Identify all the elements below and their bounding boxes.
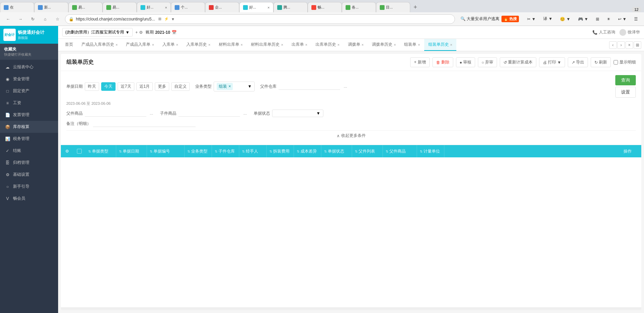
delete-btn[interactable]: 🗑 删除 (432, 57, 453, 67)
url-expand-icon[interactable]: ⊞ (158, 17, 161, 21)
tab-close-8[interactable]: × (337, 43, 339, 47)
game-btn[interactable]: 🎮 ▼ (575, 15, 591, 24)
page-tab-home[interactable]: 首页 (61, 39, 77, 51)
th-parent-list[interactable]: ⇅ 父件列表 (352, 145, 383, 157)
tab-close-10[interactable]: × (394, 43, 396, 47)
tab-nav-close[interactable]: × (626, 41, 633, 49)
parent-warehouse-more[interactable]: ... (342, 84, 348, 89)
sidebar-item-archive[interactable]: 🗄 归档管理 (0, 157, 58, 169)
abandon-btn[interactable]: ○ 弃审 (478, 57, 497, 67)
today-btn[interactable]: 今天 (101, 82, 116, 91)
emoji-btn[interactable]: 😊 ▼ (557, 15, 573, 24)
browser-tab-1[interactable]: 新... (34, 2, 68, 12)
th-parent-goods[interactable]: ⇅ 父件商品 (383, 145, 417, 157)
tab-nav-right[interactable]: › (617, 41, 625, 49)
parent-warehouse-input[interactable] (279, 83, 340, 90)
status-select[interactable]: ▼ (272, 110, 323, 117)
approve-btn[interactable]: ● 审核 (456, 57, 475, 67)
browser-tab-8[interactable]: 腾... (273, 2, 308, 12)
sidebar-item-funds[interactable]: ◉ 资金管理 (0, 73, 58, 85)
child-goods-more[interactable]: ... (242, 111, 248, 116)
browser-tab-2[interactable]: 易... (68, 2, 103, 12)
page-tab-10[interactable]: 调拨单历史 × (368, 39, 400, 51)
status-dropdown-icon[interactable]: ▼ (316, 111, 320, 116)
sidebar-item-settings[interactable]: ⚙ 基础设置 (0, 169, 58, 181)
collapse-filters-btn[interactable]: ∧ 收起更多条件 (66, 130, 636, 141)
more-btn[interactable]: 更多 (155, 82, 169, 91)
refresh-button[interactable]: ↻ (28, 14, 38, 24)
calendar-icon[interactable]: 📅 (172, 30, 177, 35)
tab-close-3[interactable]: × (176, 43, 178, 47)
custom-btn[interactable]: 自定义 (171, 82, 190, 91)
biz-type-select[interactable]: 组装 × ▼ (214, 82, 255, 91)
tab-close-4[interactable]: × (208, 43, 210, 47)
support-area[interactable]: 📞 人工咨询 (592, 29, 615, 35)
tab-close-5[interactable]: × (241, 43, 243, 47)
url-dropdown-icon[interactable]: ▼ (171, 17, 175, 21)
page-tab-6[interactable]: 材料出库单历史 × (247, 39, 287, 51)
cut-btn[interactable]: ✂ ▼ (524, 15, 538, 24)
display-switch[interactable]: 显示明细 (614, 59, 636, 65)
tab-nav-left[interactable]: ‹ (609, 41, 617, 49)
th-num[interactable]: ⇅ 单据编号 (147, 145, 185, 157)
th-unit[interactable]: ⇅ 计量单位 (417, 145, 444, 157)
th-biz[interactable]: ⇅ 业务类型 (185, 145, 212, 157)
browser-tab-4[interactable]: 好... × (137, 2, 171, 12)
7days-btn[interactable]: 近7天 (118, 82, 134, 91)
sidebar-item-guide[interactable]: ○ 新手引导 (0, 181, 58, 193)
browser-tab-11[interactable]: 目... (376, 2, 410, 12)
menu-btn[interactable]: ☰ (631, 15, 641, 24)
page-tab-4[interactable]: 入库单历史 × (182, 39, 214, 51)
export-btn[interactable]: ↗ 导出 (568, 57, 588, 67)
biz-type-remove[interactable]: × (228, 84, 231, 89)
tab-close-7[interactable]: × (268, 5, 270, 10)
tab-close-11[interactable]: × (418, 43, 420, 47)
parent-goods-input[interactable] (85, 110, 146, 117)
print-btn[interactable]: 🖨 打印 ▼ (539, 57, 565, 67)
sidebar-item-reports[interactable]: ☁ 云报表中心 (0, 61, 58, 73)
th-checkbox[interactable] (73, 149, 85, 154)
tab-close-12[interactable]: × (450, 43, 452, 47)
page-tab-7[interactable]: 出库单 × (287, 39, 311, 51)
grid-btn[interactable]: ⊞ (593, 15, 602, 24)
parent-goods-more[interactable]: ... (148, 111, 155, 116)
page-tab-5[interactable]: 材料出库单 × (215, 39, 247, 51)
page-tab-2[interactable]: 产成品入库单 × (122, 39, 158, 51)
sidebar-item-checkout[interactable]: ✓ 结账 (0, 145, 58, 157)
sidebar-item-inventory[interactable]: 📦 库存核算 (0, 121, 58, 133)
refresh-btn[interactable]: ↻ 刷新 (591, 57, 611, 67)
query-btn[interactable]: 查询 (615, 75, 636, 85)
home-button[interactable]: ⌂ (40, 14, 50, 24)
yesterday-btn[interactable]: 昨天 (85, 82, 99, 91)
tab-close-6[interactable]: × (281, 43, 283, 47)
th-settings[interactable]: ⚙ (61, 149, 73, 154)
browser-tab-3[interactable]: 易... (103, 2, 137, 12)
header-checkbox[interactable] (77, 149, 82, 154)
company-selector[interactable]: (勿删勿禁用）江西服宝测试专用 ▼ (62, 28, 133, 37)
sidebar-item-member[interactable]: V 畅会员 (0, 193, 58, 204)
th-type[interactable]: ⇅ 单据类型 (85, 145, 116, 157)
tab-close-2[interactable]: × (152, 43, 154, 47)
th-diff[interactable]: ⇅ 成本差异 (294, 145, 321, 157)
biz-type-dropdown[interactable]: ▼ (247, 84, 252, 89)
bookmark-button[interactable]: ☆ (53, 14, 62, 24)
tab-close-7[interactable]: × (305, 43, 307, 47)
page-tab-12[interactable]: 组装单历史 × (424, 39, 456, 51)
recalculate-btn[interactable]: ↺ 重新计算成本 (500, 57, 536, 67)
th-warehouse[interactable]: ⇅ 子件仓库 (212, 145, 239, 157)
page-tab-1[interactable]: 产成品入库单历史 × (77, 39, 122, 51)
sidebar-item-assets[interactable]: □ 固定资产 (0, 85, 58, 97)
th-cost[interactable]: ⇅ 拆装费用 (267, 145, 294, 157)
settings-filter-btn[interactable]: 设置 (615, 87, 636, 98)
tab-close-1[interactable]: × (116, 43, 118, 47)
back-button[interactable]: ← (3, 14, 13, 24)
sidebar-item-invoice[interactable]: 📄 发票管理 (0, 109, 58, 121)
browser-tab-9[interactable]: 畅... (308, 2, 342, 12)
user-area[interactable]: 徐泽华 (619, 29, 640, 36)
page-tab-3[interactable]: 入库单 × (158, 39, 182, 51)
page-tab-11[interactable]: 组装单 × (400, 39, 424, 51)
sidebar-bookmark[interactable]: 收藏夹 快捷键打开收藏夹 (0, 44, 58, 60)
add-company-icon[interactable]: + (135, 30, 138, 35)
url-bar[interactable]: 🔒 https://cloud.chanjet.com/accounting/u… (65, 14, 455, 24)
browser-tab-7[interactable]: 好... × (239, 2, 273, 12)
